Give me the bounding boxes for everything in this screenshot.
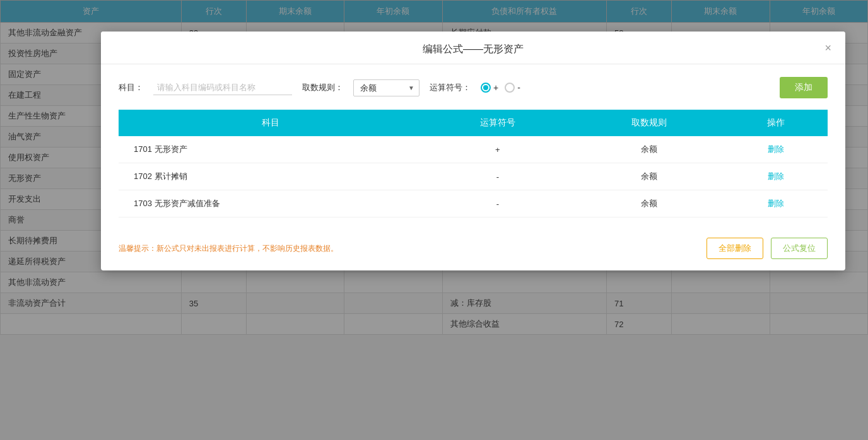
delete-row-button[interactable]: 删除 — [768, 199, 784, 208]
formula-subject: 1702 累计摊销 — [119, 163, 422, 190]
formula-subject: 1701 无形资产 — [119, 136, 422, 163]
formula-rule: 余额 — [573, 163, 725, 190]
subject-label: 科目： — [119, 82, 143, 93]
formula-table: 科目 运算符号 取数规则 操作 1701 无形资产+余额删除1702 累计摊销-… — [119, 110, 828, 217]
hint-text: 温馨提示：新公式只对未出报表进行计算，不影响历史报表数据。 — [119, 243, 338, 254]
add-button[interactable]: 添加 — [780, 77, 828, 98]
edit-formula-modal: 编辑公式——无形资产 × 科目： 取数规则： 余额 借方发生额 贷方发生额 期初… — [101, 32, 845, 270]
formula-operator: - — [422, 190, 573, 217]
formula-action: 删除 — [725, 136, 828, 163]
formula-form-row: 科目： 取数规则： 余额 借方发生额 贷方发生额 期初余额 ▼ 运算符号： + — [119, 77, 828, 98]
modal-close-button[interactable]: × — [822, 40, 834, 56]
delete-all-button[interactable]: 全部删除 — [707, 238, 763, 259]
col-subject: 科目 — [119, 110, 422, 136]
formula-subject: 1703 无形资产减值准备 — [119, 190, 422, 217]
radio-minus-circle — [505, 83, 515, 93]
footer-buttons: 全部删除 公式复位 — [707, 238, 828, 259]
delete-row-button[interactable]: 删除 — [768, 171, 784, 181]
formula-operator: - — [422, 163, 573, 190]
plus-label: + — [493, 83, 498, 93]
modal-header: 编辑公式——无形资产 × — [101, 32, 845, 64]
formula-row: 1701 无形资产+余额删除 — [119, 136, 828, 163]
col-action: 操作 — [725, 110, 828, 136]
operator-label: 运算符号： — [430, 82, 471, 93]
modal-body: 科目： 取数规则： 余额 借方发生额 贷方发生额 期初余额 ▼ 运算符号： + — [101, 64, 845, 228]
formula-action: 删除 — [725, 163, 828, 190]
delete-row-button[interactable]: 删除 — [768, 144, 784, 154]
reset-formula-button[interactable]: 公式复位 — [771, 238, 828, 259]
subject-input[interactable] — [153, 80, 292, 95]
minus-label: - — [517, 83, 520, 93]
modal-footer: 温馨提示：新公式只对未出报表进行计算，不影响历史报表数据。 全部删除 公式复位 — [101, 228, 845, 270]
modal-title: 编辑公式——无形资产 — [423, 43, 524, 54]
operator-plus-radio[interactable]: + — [481, 83, 498, 93]
radio-plus-circle — [481, 83, 491, 93]
formula-row: 1703 无形资产减值准备-余额删除 — [119, 190, 828, 217]
formula-rule: 余额 — [573, 190, 725, 217]
rule-select-wrapper[interactable]: 余额 借方发生额 贷方发生额 期初余额 ▼ — [353, 79, 419, 96]
col-operator: 运算符号 — [422, 110, 573, 136]
formula-operator: + — [422, 136, 573, 163]
operator-radio-group: + - — [481, 83, 520, 93]
rule-select[interactable]: 余额 借方发生额 贷方发生额 期初余额 — [353, 79, 419, 96]
formula-rule: 余额 — [573, 136, 725, 163]
operator-minus-radio[interactable]: - — [505, 83, 520, 93]
rule-label: 取数规则： — [302, 82, 343, 93]
col-rule: 取数规则 — [573, 110, 725, 136]
formula-row: 1702 累计摊销-余额删除 — [119, 163, 828, 190]
formula-action: 删除 — [725, 190, 828, 217]
